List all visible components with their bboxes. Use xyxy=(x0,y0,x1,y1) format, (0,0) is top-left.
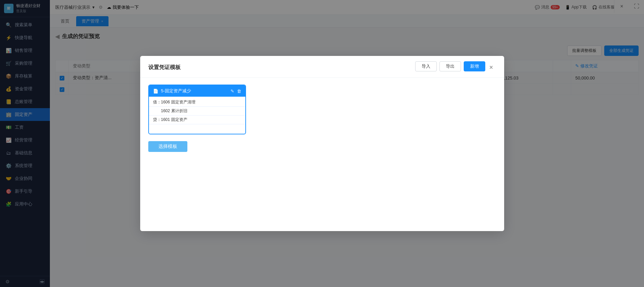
credit-entry-1: 贷：1601 固定资产 xyxy=(153,117,207,123)
select-template-button[interactable]: 选择模板 xyxy=(148,141,187,152)
modal-header: 设置凭证模板 导入 导出 新增 × xyxy=(140,56,504,78)
template-card: 📄 5-固定资产减少 ✎ 🗑 借：1606 固定资产清理 1602 累计折旧 xyxy=(148,85,246,134)
import-button[interactable]: 导入 xyxy=(415,61,437,71)
template-empty-row xyxy=(149,124,245,132)
modal-close-button[interactable]: × xyxy=(487,63,496,72)
template-card-header: 📄 5-固定资产减少 ✎ 🗑 xyxy=(149,85,245,97)
template-credit-row-1: 贷：1601 固定资产 xyxy=(149,116,245,124)
template-debit-row-2: 1602 累计折旧 xyxy=(149,107,245,116)
modal-action-buttons: 导入 导出 新增 xyxy=(415,61,485,71)
new-template-button[interactable]: 新增 xyxy=(464,61,485,71)
template-delete-button[interactable]: 🗑 xyxy=(237,89,241,94)
template-card-body: 借：1606 固定资产清理 1602 累计折旧 贷：1601 固定资产 xyxy=(149,97,245,134)
template-header-left: 📄 5-固定资产减少 xyxy=(153,88,191,94)
template-title: 5-固定资产减少 xyxy=(161,88,191,94)
debit-entry-1: 借：1606 固定资产清理 xyxy=(153,99,207,105)
template-doc-icon: 📄 xyxy=(153,89,158,94)
modal-body: 📄 5-固定资产减少 ✎ 🗑 借：1606 固定资产清理 1602 累计折旧 xyxy=(140,78,504,159)
template-actions: ✎ 🗑 xyxy=(231,89,241,94)
modal-overlay: 设置凭证模板 导入 导出 新增 × 📄 5-固定资产减少 ✎ 🗑 xyxy=(0,0,644,287)
debit-entry-2: 1602 累计折旧 xyxy=(153,108,207,114)
template-debit-row-1: 借：1606 固定资产清理 xyxy=(149,98,245,107)
export-button[interactable]: 导出 xyxy=(439,61,461,71)
voucher-template-modal: 设置凭证模板 导入 导出 新增 × 📄 5-固定资产减少 ✎ 🗑 xyxy=(140,56,504,231)
modal-title: 设置凭证模板 xyxy=(148,64,181,71)
template-edit-button[interactable]: ✎ xyxy=(231,89,234,94)
